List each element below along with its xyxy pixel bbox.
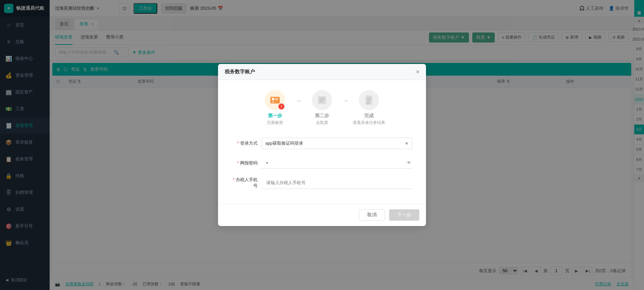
- phone-input[interactable]: [263, 177, 411, 189]
- step-3-desc: 查看具体任务结果: [353, 120, 385, 126]
- password-toggle-icon[interactable]: 👁: [407, 160, 411, 165]
- step-1-desc: 完善账密: [267, 120, 283, 126]
- step-1: ! 第一步 完善账密: [255, 90, 295, 126]
- step-2-icon: [312, 90, 332, 110]
- login-method-value: app获取验证码登录: [265, 140, 303, 146]
- step-2-desc: 去取票: [316, 120, 328, 126]
- steps-row: ! 第一步 完善账密 →: [231, 90, 413, 126]
- step-badge: !: [278, 103, 284, 110]
- form-row-login-method: * 登录方式 app获取验证码登录 ▼: [231, 138, 413, 149]
- login-method-label: * 登录方式: [231, 140, 262, 146]
- arrow-1: →: [295, 97, 302, 104]
- step-2-svg: [317, 95, 327, 105]
- form-row-phone: * 办税人手机号: [231, 177, 413, 189]
- step-3: 完成 查看具体任务结果: [349, 90, 389, 126]
- modal-body: ! 第一步 完善账密 →: [218, 80, 426, 204]
- modal-footer: 取消 下一步: [218, 204, 426, 226]
- login-method-select[interactable]: app获取验证码登录 ▼: [262, 138, 413, 149]
- svg-point-1: [272, 98, 274, 100]
- step-1-svg: [270, 95, 280, 105]
- arrow-2: →: [342, 97, 349, 104]
- phone-label: * 办税人手机号: [231, 177, 262, 189]
- step-2: 第二步 去取票: [302, 90, 342, 126]
- modal-overlay: 税务数字账户 × !: [0, 0, 644, 290]
- form-row-password: * 网报密码 👁: [231, 157, 413, 169]
- modal-header: 税务数字账户 ×: [218, 64, 426, 80]
- login-method-arrow: ▼: [405, 141, 409, 146]
- svg-rect-3: [275, 98, 278, 99]
- step-1-label: 第一步: [268, 113, 282, 119]
- step-2-label: 第二步: [315, 113, 329, 119]
- password-input[interactable]: [263, 157, 407, 168]
- next-step-button[interactable]: 下一步: [389, 209, 419, 221]
- cancel-button[interactable]: 取消: [359, 209, 385, 221]
- password-label: * 网报密码: [231, 160, 262, 166]
- step-3-icon: [359, 90, 379, 110]
- step-3-svg: [364, 95, 374, 105]
- modal-dialog: 税务数字账户 × !: [218, 64, 426, 226]
- password-input-wrapper: 👁: [262, 157, 413, 169]
- phone-input-wrapper: [262, 177, 413, 189]
- step-1-icon: !: [265, 90, 285, 110]
- step-3-label: 完成: [364, 113, 374, 119]
- modal-title: 税务数字账户: [225, 69, 255, 75]
- svg-rect-4: [275, 99, 278, 100]
- modal-close-button[interactable]: ×: [416, 69, 419, 75]
